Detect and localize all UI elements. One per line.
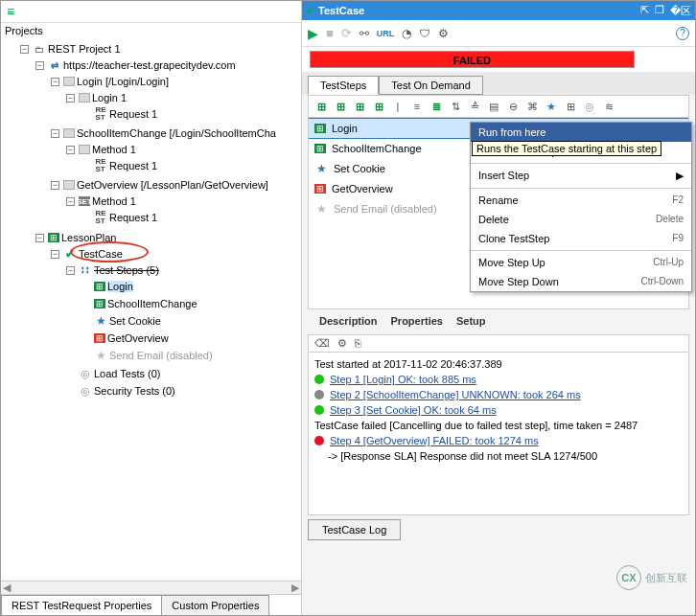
tab-rest-props[interactable]: REST TestRequest Properties xyxy=(1,595,162,615)
loop-icon[interactable]: ⟳ xyxy=(341,26,352,40)
tree-login-group[interactable]: Login [/Login/Login] xyxy=(77,76,169,87)
tree-sectests[interactable]: Security Tests (0) xyxy=(94,385,175,397)
shield-icon[interactable]: ◔ xyxy=(402,27,411,40)
project-tree[interactable]: −🗀REST Project 1 −⇄https://teacher-test.… xyxy=(1,38,301,581)
teststeps-list[interactable]: ⊞Login ⊞SchoolItemChange ★Set Cookie ⊞Ge… xyxy=(308,118,689,309)
add-step-icon[interactable]: ⊞ xyxy=(372,101,385,113)
export-icon[interactable]: ⎘ xyxy=(355,337,361,350)
shield2-icon[interactable]: 🛡 xyxy=(419,27,430,40)
url-label[interactable]: URL xyxy=(377,29,395,38)
resource-icon xyxy=(79,145,90,154)
scrollbar[interactable]: ◀▶ xyxy=(1,581,301,594)
tool-icon[interactable]: ⌘ xyxy=(525,101,539,113)
external-icon[interactable]: ⇱ xyxy=(640,4,649,18)
tool-icon[interactable]: ⇅ xyxy=(449,101,462,113)
menu-move-down[interactable]: Move Step DownCtrl-Down xyxy=(471,272,691,291)
menu-label: Move Step Up xyxy=(478,257,545,268)
tool-icon[interactable]: ≣ xyxy=(429,101,443,113)
tree-getov-group[interactable]: GetOverview [/LessonPlan/GetOverview] xyxy=(77,179,268,191)
collapse-icon[interactable]: − xyxy=(51,129,59,138)
resource-icon xyxy=(63,77,75,86)
tree-request1[interactable]: Request 1 xyxy=(109,108,157,120)
tab-properties[interactable]: Properties xyxy=(391,315,443,327)
tree-school-group[interactable]: SchoolItemChange [/Login/SchoolItemCha xyxy=(77,127,276,139)
add-step-icon[interactable]: ⊞ xyxy=(314,101,328,113)
collapse-icon[interactable]: − xyxy=(35,61,44,70)
tool-icon[interactable]: ⊞ xyxy=(564,101,577,113)
tree-rest-project[interactable]: REST Project 1 xyxy=(48,43,121,55)
tree-loadtests[interactable]: Load Tests (0) xyxy=(94,368,161,379)
log-link[interactable]: Step 4 [GetOverview] FAILED: took 1274 m… xyxy=(330,435,539,446)
tab-teststeps[interactable]: TestSteps xyxy=(308,76,379,95)
tab-custom-props[interactable]: Custom Properties xyxy=(161,595,269,615)
log-panel: Test started at 2017-11-02 20:46:37.389 … xyxy=(308,353,689,515)
menu-insert[interactable]: Insert Step▶ xyxy=(471,166,691,186)
clear-icon[interactable]: ⌫ xyxy=(314,337,330,350)
star-icon[interactable]: ★ xyxy=(545,101,558,113)
rest-step-icon: ⊞ xyxy=(94,282,105,291)
tree-step-email[interactable]: Send Email (disabled) xyxy=(109,350,213,361)
tree-step-login[interactable]: Login xyxy=(107,281,133,292)
gear-icon[interactable]: ⚙ xyxy=(337,337,347,350)
collapse-icon[interactable]: − xyxy=(35,234,44,242)
hamburger-icon[interactable]: ≡ xyxy=(1,1,301,23)
menu-move-up[interactable]: Move Step UpCtrl-Up xyxy=(471,253,691,272)
collapse-icon[interactable]: − xyxy=(66,197,75,206)
run-icon[interactable]: ▶ xyxy=(308,26,318,41)
tree-request1c[interactable]: Request 1 xyxy=(109,212,157,223)
tool-icon[interactable]: ≙ xyxy=(468,101,481,113)
groovy-disabled-icon: ★ xyxy=(94,349,107,362)
collapse-icon[interactable]: − xyxy=(66,146,75,154)
tab-description[interactable]: Description xyxy=(319,315,378,327)
tool-icon[interactable]: ≡ xyxy=(410,101,424,112)
endpoint-icon: ⇄ xyxy=(48,58,61,72)
tree-teststeps[interactable]: Test Steps (5) xyxy=(94,264,159,276)
collapse-icon[interactable]: − xyxy=(20,45,29,54)
log-link[interactable]: Step 3 [Set Cookie] OK: took 64 ms xyxy=(330,404,497,416)
menu-run-from-here[interactable]: Run from here xyxy=(471,123,691,142)
log-link[interactable]: Step 2 [SchoolItemChange] UNKNOWN: took … xyxy=(330,389,581,400)
collapse-icon[interactable]: − xyxy=(51,78,59,86)
steps-icon: ∷ xyxy=(79,263,92,277)
add-step-icon[interactable]: ⊞ xyxy=(353,101,366,113)
collapse-icon[interactable]: − xyxy=(66,94,75,103)
collapse-icon[interactable]: − xyxy=(66,266,75,275)
stop-icon[interactable]: ■ xyxy=(326,26,334,40)
gear-icon[interactable]: ⚙ xyxy=(438,27,449,40)
close-icon[interactable]: �区 xyxy=(670,4,691,18)
add-step-icon[interactable]: ⊞ xyxy=(334,101,347,113)
tree-step-school[interactable]: SchoolItemChange xyxy=(107,298,197,309)
menu-rename[interactable]: RenameF2 xyxy=(471,191,691,210)
tree-login1[interactable]: Login 1 xyxy=(92,92,127,103)
tree-step-cookie[interactable]: Set Cookie xyxy=(109,315,161,327)
collapse-icon[interactable]: − xyxy=(51,181,59,190)
tree-method1[interactable]: Method 1 xyxy=(92,144,136,155)
menu-clone[interactable]: Clone TestStepF9 xyxy=(471,229,691,248)
rest-icon: REST xyxy=(94,107,107,121)
help-icon[interactable]: ? xyxy=(676,27,689,40)
link-icon[interactable]: ⚯ xyxy=(360,27,369,40)
collapse-icon[interactable]: − xyxy=(51,250,59,259)
tab-testcase-log[interactable]: TestCase Log xyxy=(308,519,401,540)
tree-request1b[interactable]: Request 1 xyxy=(109,160,157,171)
menu-delete[interactable]: DeleteDelete xyxy=(471,210,691,229)
resource-icon xyxy=(63,180,75,190)
log-link[interactable]: Step 1 [Login] OK: took 885 ms xyxy=(330,374,476,385)
tree-lessonplan[interactable]: LessonPlan xyxy=(61,232,117,243)
rest-step-fail-icon: ⊞ xyxy=(314,184,326,194)
tool-icon[interactable]: ▤ xyxy=(487,101,500,113)
tab-setup[interactable]: Setup xyxy=(456,315,486,327)
tool-icon[interactable]: ⊖ xyxy=(506,101,520,113)
step-label: GetOverview xyxy=(332,183,393,194)
tree-step-getov[interactable]: GetOverview xyxy=(107,332,169,344)
teststeps-toolbar: ⊞⊞⊞⊞ | ≡≣⇅≙▤⊖⌘★⊞◎≋ xyxy=(308,95,689,118)
rest-step-icon: ⊞ xyxy=(314,124,326,133)
tab-testondemand[interactable]: Test On Demand xyxy=(379,76,483,95)
maximize-icon[interactable]: ❐ xyxy=(655,4,664,18)
target-icon[interactable]: ◎ xyxy=(583,101,596,113)
tree-host[interactable]: https://teacher-test.grapecitydev.com xyxy=(63,59,236,71)
tree-method1b[interactable]: Method 1 xyxy=(92,195,136,207)
menu-shortcut: Ctrl-Down xyxy=(641,276,684,287)
tool-icon[interactable]: ≋ xyxy=(602,101,615,113)
tree-testcase[interactable]: TestCase xyxy=(79,248,123,260)
